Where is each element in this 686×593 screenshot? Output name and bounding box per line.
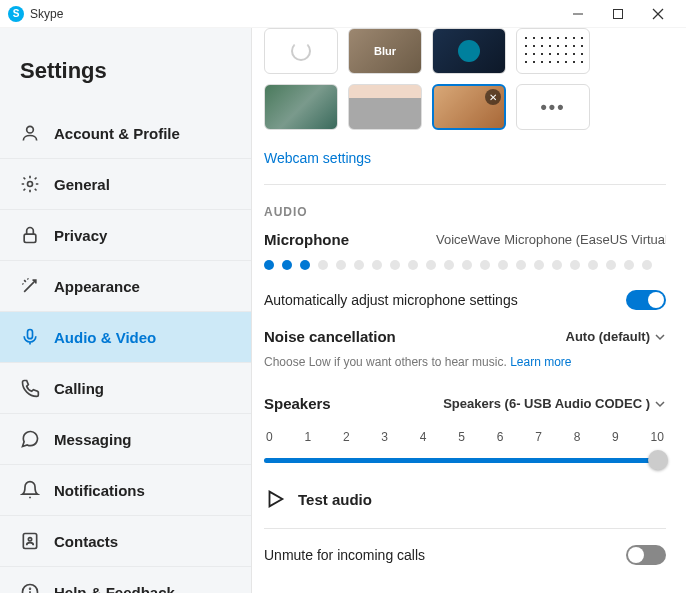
speakers-label: Speakers	[264, 395, 331, 412]
gear-icon	[20, 174, 40, 194]
svg-rect-7	[28, 330, 33, 339]
sidebar-item-calling[interactable]: Calling	[0, 363, 251, 414]
bg-tile-sofa[interactable]: ✕	[432, 84, 506, 130]
sidebar-item-general[interactable]: General	[0, 159, 251, 210]
auto-adjust-label: Automatically adjust microphone settings	[264, 292, 518, 308]
settings-content: Blur ✕ ••• Webcam settings AUDIO Microph…	[252, 28, 686, 593]
speakers-device-dropdown[interactable]: Speakers (6- USB Audio CODEC )	[443, 396, 666, 411]
sidebar-item-account[interactable]: Account & Profile	[0, 108, 251, 159]
test-audio-label: Test audio	[298, 491, 372, 508]
app-title: Skype	[30, 7, 63, 21]
bg-tile-arch[interactable]	[432, 28, 506, 74]
bing-icon	[458, 40, 480, 62]
unmute-toggle[interactable]	[626, 545, 666, 565]
bg-tile-living[interactable]	[264, 84, 338, 130]
divider	[264, 184, 666, 185]
sidebar-item-privacy[interactable]: Privacy	[0, 210, 251, 261]
microphone-device-value: VoiceWave Microphone (EaseUS Virtual De	[436, 232, 666, 247]
close-button[interactable]	[638, 0, 678, 28]
microphone-label: Microphone	[264, 231, 349, 248]
sidebar-item-label: Audio & Video	[54, 329, 156, 346]
noise-cancel-dropdown[interactable]: Auto (default)	[566, 329, 666, 344]
wand-icon	[20, 276, 40, 296]
bell-icon	[20, 480, 40, 500]
slider-ticks: 0 1 2 3 4 5 6 7 8 9 10	[264, 430, 666, 444]
svg-point-12	[30, 588, 31, 589]
background-row-2: ✕ •••	[264, 84, 666, 130]
titlebar: S Skype	[0, 0, 686, 28]
loading-spinner-icon	[291, 41, 311, 61]
divider	[264, 528, 666, 529]
microphone-icon	[20, 327, 40, 347]
sidebar-item-notifications[interactable]: Notifications	[0, 465, 251, 516]
settings-title: Settings	[0, 58, 251, 108]
sidebar-item-label: Appearance	[54, 278, 140, 295]
sidebar-item-help[interactable]: Help & Feedback	[0, 567, 251, 593]
chevron-down-icon	[654, 331, 666, 343]
sidebar-item-label: General	[54, 176, 110, 193]
webcam-settings-link[interactable]: Webcam settings	[264, 150, 371, 166]
audio-section-label: AUDIO	[264, 205, 666, 219]
svg-point-5	[28, 182, 33, 187]
bg-tile-particles[interactable]	[516, 28, 590, 74]
bg-tile-blur[interactable]: Blur	[348, 28, 422, 74]
svg-point-4	[27, 126, 34, 133]
sidebar-item-label: Messaging	[54, 431, 132, 448]
speakers-volume-slider[interactable]: 0 1 2 3 4 5 6 7 8 9 10	[264, 430, 666, 470]
noise-cancel-hint: Choose Low if you want others to hear mu…	[264, 355, 666, 369]
info-icon	[20, 582, 40, 593]
microphone-device-dropdown[interactable]: VoiceWave Microphone (EaseUS Virtual De	[436, 232, 666, 247]
maximize-button[interactable]	[598, 0, 638, 28]
svg-rect-1	[614, 9, 623, 18]
sidebar-item-appearance[interactable]: Appearance	[0, 261, 251, 312]
bg-tile-gym[interactable]	[348, 84, 422, 130]
learn-more-link[interactable]: Learn more	[510, 355, 571, 369]
minimize-button[interactable]	[558, 0, 598, 28]
sidebar-item-label: Privacy	[54, 227, 107, 244]
contacts-icon	[20, 531, 40, 551]
skype-logo-icon: S	[8, 6, 24, 22]
sidebar-item-label: Account & Profile	[54, 125, 180, 142]
more-dots: •••	[541, 97, 566, 118]
auto-adjust-toggle[interactable]	[626, 290, 666, 310]
phone-icon	[20, 378, 40, 398]
bg-tile-none[interactable]	[264, 28, 338, 74]
sidebar-item-audio-video[interactable]: Audio & Video	[0, 312, 251, 363]
sidebar-item-label: Notifications	[54, 482, 145, 499]
sidebar-item-label: Help & Feedback	[54, 584, 175, 594]
bg-tile-more[interactable]: •••	[516, 84, 590, 130]
svg-point-9	[28, 538, 31, 541]
bg-blur-label: Blur	[374, 45, 396, 57]
noise-cancel-label: Noise cancellation	[264, 328, 396, 345]
unmute-label: Unmute for incoming calls	[264, 547, 425, 563]
slider-fill	[264, 458, 666, 463]
sidebar-item-label: Contacts	[54, 533, 118, 550]
unmute-row: Unmute for incoming calls	[264, 545, 666, 565]
lock-icon	[20, 225, 40, 245]
account-icon	[20, 123, 40, 143]
chevron-down-icon	[654, 398, 666, 410]
message-icon	[20, 429, 40, 449]
noise-cancel-value: Auto (default)	[566, 329, 650, 344]
svg-rect-6	[24, 234, 36, 242]
sidebar-item-messaging[interactable]: Messaging	[0, 414, 251, 465]
settings-sidebar: Settings Account & Profile General Priva…	[0, 28, 252, 593]
speakers-device-value: Speakers (6- USB Audio CODEC )	[443, 396, 650, 411]
microphone-row: Microphone VoiceWave Microphone (EaseUS …	[264, 231, 666, 248]
speakers-row: Speakers Speakers (6- USB Audio CODEC )	[264, 395, 666, 412]
microphone-level-meter	[264, 260, 666, 270]
test-audio-button[interactable]: Test audio	[264, 488, 666, 510]
background-row-1: Blur	[264, 28, 666, 74]
slider-thumb[interactable]	[648, 450, 668, 470]
auto-adjust-row: Automatically adjust microphone settings	[264, 290, 666, 310]
play-icon	[264, 488, 286, 510]
remove-bg-icon[interactable]: ✕	[485, 89, 501, 105]
noise-cancel-row: Noise cancellation Auto (default)	[264, 328, 666, 345]
sidebar-item-contacts[interactable]: Contacts	[0, 516, 251, 567]
sidebar-item-label: Calling	[54, 380, 104, 397]
